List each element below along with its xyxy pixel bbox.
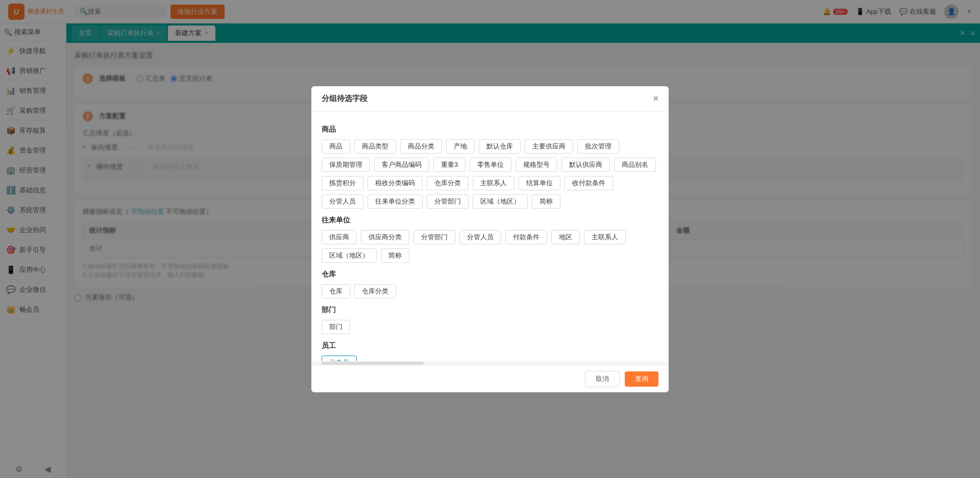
field-tag[interactable]: 部门 xyxy=(322,320,350,334)
modal-header: 分组待选字段 × xyxy=(311,86,669,112)
field-tag[interactable]: 重量3 xyxy=(433,158,465,172)
field-tag[interactable]: 保质期管理 xyxy=(322,158,370,172)
field-tag[interactable]: 仓库 xyxy=(322,284,350,298)
section-title-dept: 部门 xyxy=(322,306,658,315)
field-tag[interactable]: 商品别名 xyxy=(614,158,656,172)
field-tag[interactable]: 供应商 xyxy=(322,230,357,244)
modal-overlay: 分组待选字段 × 商品 商品 商品类型 商品分类 产地 默认仓库 主要供应商 批… xyxy=(0,0,980,478)
field-tags-dept: 部门 xyxy=(322,320,658,334)
section-title-counterparty: 往来单位 xyxy=(322,216,658,225)
field-tag[interactable]: 商品 xyxy=(322,139,350,154)
field-tag[interactable]: 零售单位 xyxy=(470,158,511,172)
field-tag[interactable]: 仓库分类 xyxy=(427,176,469,190)
modal-hscroll[interactable] xyxy=(311,361,669,365)
modal-close-button[interactable]: × xyxy=(653,93,658,104)
field-tag[interactable]: 批次管理 xyxy=(577,139,619,154)
field-tag[interactable]: 付款条件 xyxy=(505,230,547,244)
field-tag[interactable]: 分管部门 xyxy=(413,230,455,244)
field-tags-warehouse: 仓库 仓库分类 xyxy=(322,284,658,298)
modal-body[interactable]: 商品 商品 商品类型 商品分类 产地 默认仓库 主要供应商 批次管理 保质期管理… xyxy=(311,112,669,361)
field-tag[interactable]: 税收分类编码 xyxy=(368,176,423,190)
modal-cancel-button[interactable]: 取消 xyxy=(585,371,620,387)
field-tag[interactable]: 规格型号 xyxy=(516,158,557,172)
field-tag[interactable]: 主联系人 xyxy=(584,230,626,244)
modal-footer: 取消 查询 xyxy=(311,365,669,392)
field-tag[interactable]: 分管部门 xyxy=(427,194,469,209)
field-tag[interactable]: 简称 xyxy=(381,248,409,263)
field-tag[interactable]: 主联系人 xyxy=(473,176,514,190)
field-tag[interactable]: 收付款条件 xyxy=(565,176,613,190)
field-tag[interactable]: 结算单位 xyxy=(519,176,560,190)
section-title-employee: 员工 xyxy=(322,341,658,350)
modal-dialog: 分组待选字段 × 商品 商品 商品类型 商品分类 产地 默认仓库 主要供应商 批… xyxy=(311,86,669,392)
field-tag[interactable]: 拣货积分 xyxy=(322,176,363,190)
field-tag[interactable]: 仓库分类 xyxy=(354,284,396,298)
modal-title: 分组待选字段 xyxy=(322,94,368,104)
modal-confirm-button[interactable]: 查询 xyxy=(625,371,658,387)
field-tag[interactable]: 客户商品编码 xyxy=(374,158,429,172)
field-tag[interactable]: 商品类型 xyxy=(354,139,396,154)
field-tag[interactable]: 区域（地区） xyxy=(322,248,377,263)
section-title-warehouse: 仓库 xyxy=(322,270,658,279)
field-tag[interactable]: 地区 xyxy=(551,230,580,244)
field-tag[interactable]: 默认供应商 xyxy=(561,158,610,172)
field-tag[interactable]: 往来单位分类 xyxy=(368,194,423,209)
field-tag[interactable]: 业务员 xyxy=(322,356,357,361)
field-tag[interactable]: 分管人员 xyxy=(322,194,363,209)
field-tag[interactable]: 产地 xyxy=(446,139,475,154)
field-tag[interactable]: 默认仓库 xyxy=(479,139,521,154)
field-tag[interactable]: 供应商分类 xyxy=(361,230,409,244)
field-tag[interactable]: 简称 xyxy=(532,194,560,209)
field-tags-counterparty: 供应商 供应商分类 分管部门 分管人员 付款条件 地区 主联系人 区域（地区） … xyxy=(322,230,658,263)
field-tags-product: 商品 商品类型 商品分类 产地 默认仓库 主要供应商 批次管理 保质期管理 客户… xyxy=(322,139,658,209)
field-tag[interactable]: 区域（地区） xyxy=(473,194,528,209)
field-tag[interactable]: 主要供应商 xyxy=(525,139,573,154)
field-tag[interactable]: 商品分类 xyxy=(400,139,442,154)
field-tag[interactable]: 分管人员 xyxy=(459,230,501,244)
field-tags-employee: 业务员 xyxy=(322,356,658,361)
section-title-product: 商品 xyxy=(322,125,658,134)
